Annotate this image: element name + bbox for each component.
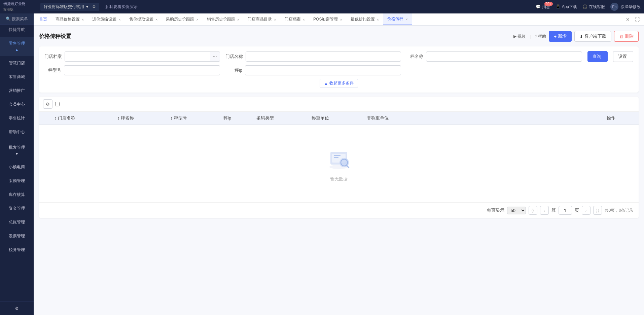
scale-name-label: 秤名称 <box>406 54 423 60</box>
tab-purchase-history-label: 采购历史价跟踪 <box>166 16 194 22</box>
sidebar-item-wholesale[interactable]: 批发管理 ▾ <box>0 141 34 160</box>
close-icon: ✕ <box>626 17 630 22</box>
online-service-button[interactable]: 🎧 在线客服 <box>582 4 605 10</box>
tab-sales-history-close[interactable]: × <box>237 18 239 22</box>
tab-purchase-strategy-close[interactable]: × <box>118 18 120 22</box>
tab-store-files[interactable]: 门店档案 × <box>281 14 309 25</box>
th-scale-model[interactable]: ↕ 秤型号 <box>167 112 220 125</box>
sidebar-item-stats[interactable]: 零售统计 <box>0 111 34 125</box>
page-title: 价格传秤设置 <box>39 33 71 40</box>
tab-sale-extract[interactable]: 售价提取设置 × <box>125 14 162 25</box>
sidebar-gear-button[interactable]: ⚙ <box>0 302 34 315</box>
delete-icon: 🗑 <box>619 34 623 39</box>
tab-price-scale-close[interactable]: × <box>405 17 407 21</box>
tab-sale-extract-label: 售价提取设置 <box>129 16 153 22</box>
tab-store-files-close[interactable]: × <box>303 18 305 22</box>
version-selector[interactable]: 好业财标准版交付试用 ▾ ⚙ <box>40 3 99 11</box>
prev-page-button[interactable]: ‹ <box>540 206 549 215</box>
tab-store-catalog[interactable]: 门店商品目录 × <box>244 14 280 25</box>
sidebar-item-inventory[interactable]: 库存核算 <box>0 188 34 202</box>
collapse-button[interactable]: ▲ 收起更多条件 <box>320 79 358 88</box>
next-page-button[interactable]: › <box>582 206 591 215</box>
sidebar-item-marketing[interactable]: 营销推广 <box>0 84 34 98</box>
collapse-label: 收起更多条件 <box>329 80 354 86</box>
demo-link[interactable]: ◎ 我要看实例演示 <box>105 4 138 10</box>
store-name-input[interactable] <box>246 51 401 62</box>
th-scale-ip: 秤ip <box>220 112 253 125</box>
sidebar-quick-nav[interactable]: 快捷导航 <box>0 25 34 35</box>
app-download-button[interactable]: 📱 App下载 <box>556 4 577 10</box>
tab-min-discount-label: 最低折扣设置 <box>351 16 375 22</box>
sidebar-search[interactable]: 🔍 搜索菜单 <box>0 13 34 25</box>
sidebar-item-help[interactable]: 帮助中心 <box>0 125 34 139</box>
th-store-name[interactable]: ↕ 门店名称 <box>51 112 114 125</box>
scale-ip-input[interactable] <box>245 65 401 75</box>
delete-button[interactable]: 🗑 删除 <box>614 31 639 42</box>
tab-expand-button[interactable]: ⛶ <box>633 15 641 24</box>
first-page-icon: ⟨⟨ <box>531 208 535 213</box>
sidebar-item-purchase[interactable]: 采购管理 <box>0 174 34 188</box>
query-label: 查询 <box>593 54 601 60</box>
tab-price-scale[interactable]: 价格传秤 × <box>383 13 412 25</box>
table-settings-button[interactable]: ⚙ <box>43 99 52 109</box>
store-name-label: 门店名称 <box>225 54 243 60</box>
tab-pos-manage-close[interactable]: × <box>340 18 342 22</box>
th-non-weight-unit-label: 非称重单位 <box>367 115 389 120</box>
app-version: 标准版 <box>3 7 26 12</box>
settings-query-button[interactable]: 设置 <box>613 51 633 62</box>
user-name: 徐泽华修改 <box>620 4 641 10</box>
tab-close-button[interactable]: ✕ <box>624 15 632 24</box>
sidebar-item-xiaochu[interactable]: 小畅电商 <box>0 160 34 174</box>
sidebar-item-smart[interactable]: 智慧门店 <box>0 56 34 70</box>
sidebar-search-label: 搜索菜单 <box>12 16 28 21</box>
sidebar-item-invoice[interactable]: 发票管理 <box>0 229 34 243</box>
store-file-input[interactable] <box>65 51 210 62</box>
tab-price[interactable]: 商品价格设置 × <box>51 14 88 25</box>
tab-pos-manage[interactable]: POS加密管理 × <box>309 14 347 25</box>
page-input[interactable] <box>559 206 572 215</box>
sidebar-item-general[interactable]: 总账管理 <box>0 215 34 229</box>
table-toolbar: ⚙ <box>39 97 639 112</box>
th-weight-unit-label: 称重单位 <box>312 115 329 120</box>
last-page-button[interactable]: ⟩⟩ <box>593 206 602 215</box>
tab-sale-extract-close[interactable]: × <box>155 18 157 22</box>
tab-min-discount-close[interactable]: × <box>377 18 379 22</box>
scale-model-input[interactable] <box>64 65 220 75</box>
download-button[interactable]: ⬇ 客户端下载 <box>574 31 611 42</box>
tab-sales-history[interactable]: 销售历史价跟踪 × <box>203 14 244 25</box>
chevron-down-icon: ▾ <box>16 151 18 156</box>
chevron-up-icon: ▲ <box>15 47 19 52</box>
download-label: 客户端下载 <box>584 33 606 39</box>
tab-price-close[interactable]: × <box>82 18 84 22</box>
page-size-select[interactable]: 50 10 20 100 <box>507 207 526 214</box>
video-link[interactable]: ▶ 视频 <box>513 34 526 39</box>
select-all-checkbox[interactable] <box>55 102 60 106</box>
sidebar-item-retail[interactable]: 零售管理 ▲ <box>0 37 34 56</box>
user-area[interactable]: Ea 徐泽华修改 <box>610 3 641 11</box>
svg-rect-6 <box>334 155 341 156</box>
sidebar-divider-2 <box>0 140 34 140</box>
th-non-weight-unit: 非称重单位 <box>363 112 603 125</box>
sidebar-item-ecommerce[interactable]: 零售商城 <box>0 70 34 84</box>
messages-badge: 99+ <box>544 2 553 6</box>
store-file-ellipsis-btn[interactable]: ··· <box>210 51 220 62</box>
tab-purchase-history[interactable]: 采购历史价跟踪 × <box>162 14 203 25</box>
add-button[interactable]: + 新增 <box>549 31 572 42</box>
sidebar-item-finance[interactable]: 资金管理 <box>0 202 34 215</box>
first-page-button[interactable]: ⟨⟨ <box>529 206 537 215</box>
scale-model-label: 秤型号 <box>44 67 61 73</box>
tab-purchase-strategy[interactable]: 进价策略设置 × <box>88 14 125 25</box>
tab-home[interactable]: 首页 <box>35 14 51 25</box>
query-button[interactable]: 查询 <box>587 51 608 62</box>
sidebar-item-member[interactable]: 会员中心 <box>0 98 34 111</box>
messages-button[interactable]: 💬 消息 99+ <box>536 4 550 10</box>
settings-icon[interactable]: ⚙ <box>92 4 96 9</box>
scale-name-input[interactable] <box>426 51 582 62</box>
help-link[interactable]: ? 帮助 <box>535 34 546 39</box>
tab-min-discount[interactable]: 最低折扣设置 × <box>347 14 383 25</box>
th-scale-name[interactable]: ↕ 秤名称 <box>114 112 167 125</box>
sidebar-item-general-label: 总账管理 <box>9 219 25 225</box>
sidebar-item-tax[interactable]: 税务管理 <box>0 243 34 257</box>
tab-purchase-history-close[interactable]: × <box>196 18 198 22</box>
tab-store-catalog-close[interactable]: × <box>274 18 276 22</box>
